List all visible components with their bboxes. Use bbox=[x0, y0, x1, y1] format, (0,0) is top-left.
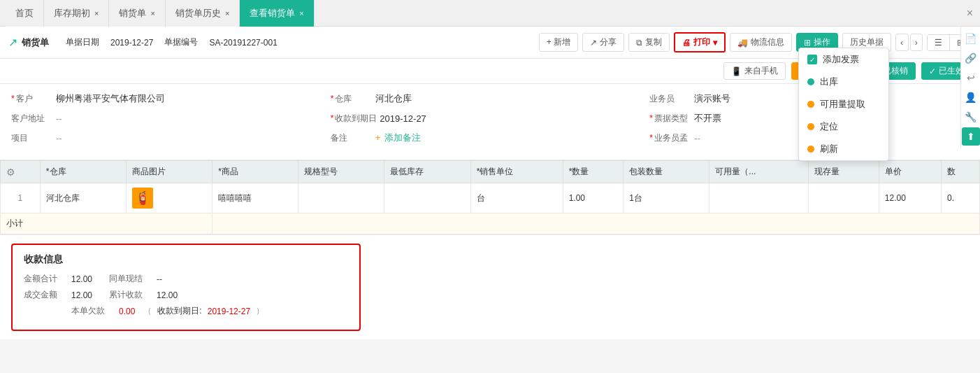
from-phone-button[interactable]: 📱 来自手机 bbox=[723, 62, 786, 80]
date-value: 2019-12-27 bbox=[110, 38, 153, 48]
history-label: 历史单据 bbox=[850, 36, 884, 48]
locate-label: 定位 bbox=[820, 120, 838, 133]
row-package-qty-1: 1台 bbox=[624, 183, 709, 213]
sidebar-btn-2[interactable]: 🔗 bbox=[962, 49, 980, 67]
tab-inventory-close[interactable]: × bbox=[94, 9, 99, 17]
document-title: ↗ 销货单 bbox=[8, 36, 49, 49]
row-num-1: 1 bbox=[1, 183, 41, 213]
print-label: 打印 bbox=[693, 36, 710, 48]
dropdown-item-locate[interactable]: 定位 bbox=[799, 115, 888, 138]
add-remark-button[interactable]: + 添加备注 bbox=[375, 132, 421, 144]
tab-sales-order-close[interactable]: × bbox=[150, 9, 154, 17]
same-order-field: 同单现结 -- bbox=[109, 273, 162, 285]
transaction-value: 12.00 bbox=[71, 290, 92, 300]
dropdown-item-outbound[interactable]: 出库 bbox=[799, 71, 888, 93]
col-available: 可用量（... bbox=[709, 161, 809, 183]
dropdown-item-add-invoice[interactable]: ✓ 添加发票 bbox=[799, 48, 888, 71]
customer-field: 客户 柳州粤港平安气体有限公司 bbox=[11, 92, 331, 105]
payment-row-3: 本单欠款 0.00 （ 收款到期日: 2019-12-27 ） bbox=[24, 305, 348, 317]
share-icon: ↗ bbox=[590, 38, 597, 48]
share-button[interactable]: ↗ 分享 bbox=[582, 33, 624, 52]
next-button[interactable]: › bbox=[910, 34, 923, 51]
project-field: 项目 -- bbox=[11, 132, 331, 144]
tab-view-sales-close[interactable]: × bbox=[299, 9, 303, 17]
table-header-row: ⚙ *仓库 商品图片 *商品 规格型号 最低库存 *销售单位 *数量 包装数量 … bbox=[1, 161, 980, 183]
col-price: 单价 bbox=[879, 161, 941, 183]
sidebar-btn-3[interactable]: ↩ bbox=[962, 69, 980, 87]
staff2-label: 业务员孟 bbox=[649, 132, 691, 144]
tab-home[interactable]: 首页 bbox=[6, 0, 44, 27]
row-current-stock-1 bbox=[809, 183, 879, 213]
row-product-img-1: 🧯 bbox=[127, 183, 212, 213]
col-warehouse: *仓库 bbox=[40, 161, 126, 183]
sidebar-btn-1[interactable]: 📄 bbox=[962, 29, 980, 48]
dropdown-item-available-qty[interactable]: 可用量提取 bbox=[799, 93, 888, 115]
payment-info: 收款信息 金额合计 12.00 同单现结 -- 成交金额 12.00 累计收款 … bbox=[11, 244, 361, 331]
warehouse-label: 仓库 bbox=[331, 93, 373, 105]
window-close-button[interactable]: × bbox=[967, 7, 973, 20]
operations-icon: ⊞ bbox=[804, 38, 811, 48]
address-label: 客户地址 bbox=[11, 113, 53, 125]
transaction-field: 成交金额 12.00 bbox=[24, 289, 92, 301]
sidebar-btn-6[interactable]: ⬆ bbox=[962, 127, 980, 146]
outbound-icon bbox=[807, 78, 814, 85]
row-available-1 bbox=[709, 183, 809, 213]
phone-icon: 📱 bbox=[731, 66, 742, 76]
logistics-label: 物流信息 bbox=[751, 36, 784, 48]
logistics-icon: 🚚 bbox=[737, 38, 748, 48]
print-button[interactable]: 🖨 打印 ▾ bbox=[674, 32, 726, 52]
tab-sales-history-close[interactable]: × bbox=[225, 9, 229, 17]
tab-view-sales[interactable]: 查看销货单 × bbox=[240, 0, 314, 27]
due-date-paren: （ bbox=[143, 305, 152, 317]
total-value: 12.00 bbox=[71, 274, 92, 284]
print-icon: 🖨 bbox=[682, 38, 691, 48]
copy-button[interactable]: ⧉ 复制 bbox=[628, 33, 670, 52]
add-invoice-icon: ✓ bbox=[807, 55, 817, 64]
dropdown-item-refresh[interactable]: 刷新 bbox=[799, 138, 888, 160]
list-view-button[interactable]: ☰ bbox=[928, 35, 950, 50]
settings-icon[interactable]: ⚙ bbox=[6, 167, 15, 178]
new-button[interactable]: + 新增 bbox=[539, 33, 578, 52]
due-label: 本单欠款 bbox=[71, 305, 113, 317]
row-warehouse-1: 河北仓库 bbox=[40, 183, 126, 213]
cumulative-label: 累计收款 bbox=[109, 289, 151, 301]
total-field: 金额合计 12.00 bbox=[24, 273, 92, 285]
project-label: 项目 bbox=[11, 132, 53, 144]
staff-value: 演示账号 bbox=[694, 92, 730, 105]
tab-inventory-init[interactable]: 库存期初 × bbox=[44, 0, 109, 27]
col-quantity: *数量 bbox=[563, 161, 624, 183]
copy-label: 复制 bbox=[645, 36, 662, 48]
total-label: 金额合计 bbox=[24, 273, 66, 285]
sidebar-btn-4[interactable]: 👤 bbox=[962, 88, 980, 106]
row-min-stock-1 bbox=[384, 183, 470, 213]
tab-sales-history[interactable]: 销货单历史 × bbox=[166, 0, 240, 27]
operations-label: 操作 bbox=[814, 36, 830, 48]
nav-arrows: ‹ › bbox=[895, 34, 923, 51]
copy-icon: ⧉ bbox=[636, 38, 642, 48]
refresh-icon bbox=[807, 146, 814, 153]
row-product-1: 嘻嘻嘻嘻 bbox=[212, 183, 298, 213]
prev-button[interactable]: ‹ bbox=[895, 34, 908, 51]
payment-row-2: 成交金额 12.00 累计收款 12.00 bbox=[24, 289, 348, 301]
logistics-button[interactable]: 🚚 物流信息 bbox=[730, 33, 792, 52]
cumulative-value: 12.00 bbox=[157, 290, 178, 300]
product-table: ⚙ *仓库 商品图片 *商品 规格型号 最低库存 *销售单位 *数量 包装数量 … bbox=[0, 160, 980, 234]
col-settings: ⚙ bbox=[1, 161, 41, 183]
date-label: 单据日期 bbox=[66, 36, 99, 48]
col-extra: 数 bbox=[941, 161, 979, 183]
tab-sales-order[interactable]: 销货单 × bbox=[109, 0, 165, 27]
available-qty-icon bbox=[807, 101, 814, 108]
row-price-1: 12.00 bbox=[879, 183, 941, 213]
warehouse-value: 河北仓库 bbox=[375, 92, 412, 105]
row-sales-unit-1: 台 bbox=[470, 183, 563, 213]
sidebar-btn-5[interactable]: 🔧 bbox=[962, 108, 980, 126]
tab-inventory-label: 库存期初 bbox=[54, 7, 90, 20]
ticket-type-value: 不开票 bbox=[694, 112, 721, 125]
address-value: -- bbox=[56, 113, 62, 124]
tab-home-label: 首页 bbox=[15, 7, 34, 20]
col-package-qty: 包装数量 bbox=[624, 161, 709, 183]
col-current-stock: 现存量 bbox=[809, 161, 879, 183]
available-qty-label: 可用量提取 bbox=[820, 98, 865, 111]
subtotal-value bbox=[212, 213, 980, 234]
document-meta: 单据日期 2019-12-27 单据编号 SA-20191227-001 bbox=[66, 36, 278, 48]
